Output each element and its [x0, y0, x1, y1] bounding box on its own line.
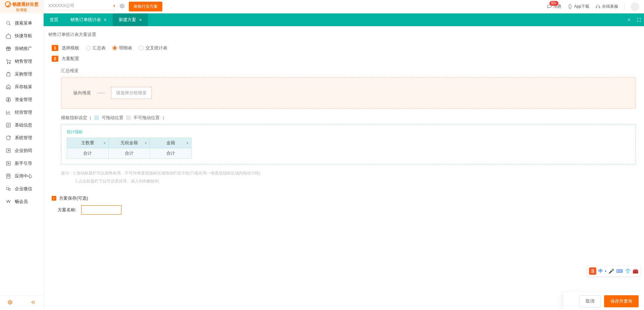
sidebar-item-7[interactable]: 经营管理: [0, 106, 43, 119]
save-name-input[interactable]: [81, 205, 121, 215]
tab-0[interactable]: 首页: [44, 13, 64, 26]
sidebar-item-label: 企业微信: [15, 186, 32, 192]
sidebar-item-13[interactable]: 企业微信: [0, 183, 43, 195]
tab-label: 首页: [50, 17, 58, 23]
save-check-label: 方案保存(可选): [59, 195, 88, 201]
step-1-num: 1: [52, 45, 58, 51]
avatar[interactable]: [631, 2, 639, 11]
radio-icon: [86, 46, 91, 50]
indicator-legend: 模板指标设定（ 可拖动位置 不可拖动位置 ）: [61, 115, 636, 121]
sidebar-item-8[interactable]: 基础信息: [0, 119, 43, 132]
hints: 提示：1.拖动标题栏可以调整布局，不可跨维度或指标区域拖动栏目字段(只能在同一维…: [61, 169, 636, 185]
app-download-link[interactable]: App下载: [568, 4, 589, 9]
search-icon: [5, 20, 11, 26]
close-icon[interactable]: ✕: [104, 18, 107, 22]
save-name-label: 方案名称:: [58, 207, 76, 213]
sidebar-item-0[interactable]: 搜索菜单: [0, 17, 43, 30]
list-icon: [5, 122, 11, 128]
tab-close-all-button[interactable]: [624, 17, 634, 22]
nav: 搜索菜单快捷导航营销推广销售管理采购管理库存核算资金管理经营管理基础信息系统管理…: [0, 13, 43, 295]
ime-logo-icon: S: [589, 267, 596, 275]
sidebar-item-label: 畅会员: [15, 199, 28, 205]
sidebar-item-label: 基础信息: [15, 122, 32, 128]
brand-edition: 标准版: [16, 7, 27, 12]
sidebar-item-10[interactable]: 企业协同: [0, 144, 43, 157]
chevron-down-icon[interactable]: ▾: [186, 141, 189, 145]
chevron-down-icon[interactable]: ▾: [145, 141, 147, 145]
tab-label: 新建方案: [119, 17, 136, 23]
ime-toolbar[interactable]: S 中 • 🎤 ⌨ 👕 🧰: [587, 266, 641, 276]
vip-icon: [5, 199, 11, 205]
sidebar-item-9[interactable]: 系统管理: [0, 132, 43, 144]
collapse-icon[interactable]: [31, 300, 36, 306]
template-radio-group: 汇总表明细表交叉统计表: [86, 45, 167, 51]
hint-2: 2.点击标题栏下拉可设置排序、插入列和删除列: [61, 177, 636, 185]
sidebar-item-6[interactable]: 资金管理: [0, 93, 43, 106]
swatch-nodrag-icon: [126, 115, 131, 120]
step-2-row: 2 方案配置: [52, 56, 636, 62]
sidebar-item-11[interactable]: 新手引导: [0, 157, 43, 170]
fullscreen-button[interactable]: [634, 17, 644, 22]
cancel-button[interactable]: 取消: [579, 295, 601, 307]
ime-mic-icon[interactable]: 🎤: [608, 268, 614, 274]
dimension-box: 纵向维度 请选择分组维度: [61, 77, 636, 109]
company-name: XXXXXX公司: [48, 3, 74, 9]
step-2-title: 方案配置: [62, 56, 79, 62]
sidebar-item-4[interactable]: 采购管理: [0, 68, 43, 81]
topbar: XXXXXX公司 ▾ 体验行业方案 99+ 消息 App下载 在线客服: [44, 0, 644, 13]
ime-dot-icon[interactable]: •: [605, 268, 606, 274]
dimension-section-label: 汇总维度: [52, 66, 636, 77]
svg-point-4: [9, 63, 10, 64]
ime-lang[interactable]: 中: [598, 268, 603, 274]
indicator-head-cell-1[interactable]: 无税金额▾: [109, 138, 150, 148]
template-radio-1[interactable]: 明细表: [112, 45, 132, 51]
sidebar-bottom: [0, 295, 43, 310]
svg-rect-18: [599, 7, 600, 8]
sidebar-item-label: 经营管理: [15, 109, 32, 115]
indicator-head-cell-2[interactable]: 金额▾: [150, 138, 191, 148]
online-service-link[interactable]: 在线客服: [595, 4, 618, 9]
swatch-draggable-icon: [94, 115, 99, 120]
ime-keyboard-icon[interactable]: ⌨: [616, 268, 623, 274]
close-icon[interactable]: ✕: [139, 18, 142, 22]
indicator-table: 主数量▾无税金额▾金额▾ 合计合计合计: [67, 138, 192, 159]
hint-1: 提示：1.拖动标题栏可以调整布局，不可跨维度或指标区域拖动栏目字段(只能在同一维…: [61, 169, 636, 177]
save-check-row[interactable]: ✓ 方案保存(可选): [52, 191, 636, 204]
wallet-icon: [5, 97, 11, 103]
indicator-body-cell-2: 合计: [150, 148, 191, 158]
template-radio-2[interactable]: 交叉统计表: [139, 45, 167, 51]
sidebar-item-5[interactable]: 库存核算: [0, 81, 43, 93]
message-link[interactable]: 99+ 消息: [547, 4, 561, 9]
svg-point-12: [8, 189, 10, 191]
chevron-down-icon[interactable]: ▾: [104, 141, 106, 145]
tab-1[interactable]: 销售订单统计表✕: [64, 13, 113, 26]
template-radio-0[interactable]: 汇总表: [86, 45, 106, 51]
sidebar-item-label: 应用中心: [15, 173, 32, 179]
content: 销售订单统计表方案设置 1 选择模板 汇总表明细表交叉统计表 2 方案配置 汇总…: [44, 26, 644, 310]
checkbox-icon[interactable]: ✓: [52, 196, 56, 201]
ime-toolbox-icon[interactable]: 🧰: [633, 268, 638, 274]
ime-skin-icon[interactable]: 👕: [625, 268, 631, 274]
page-title: 销售订单统计表方案设置: [44, 26, 644, 41]
sidebar-item-14[interactable]: 畅会员: [0, 195, 43, 208]
radio-icon: [112, 46, 117, 50]
radio-label: 交叉统计表: [146, 45, 167, 51]
step-1-title: 选择模板: [62, 45, 79, 51]
sidebar-item-1[interactable]: 快捷导航: [0, 30, 43, 42]
indicator-box: 统计指标 主数量▾无税金额▾金额▾ 合计合计合计: [61, 124, 636, 164]
company-select[interactable]: XXXXXX公司 ▾: [48, 3, 115, 10]
footer-actions: 取消 保存并查询: [564, 293, 644, 310]
sidebar-item-2[interactable]: 营销推广: [0, 42, 43, 55]
sidebar-item-3[interactable]: 销售管理: [0, 55, 43, 68]
settings-icon[interactable]: [7, 300, 13, 306]
tab-2[interactable]: 新建方案✕: [113, 13, 148, 26]
sidebar-item-label: 系统管理: [15, 135, 32, 141]
save-query-button[interactable]: 保存并查询: [604, 295, 639, 307]
try-plan-button[interactable]: 体验行业方案: [129, 2, 162, 11]
topbar-settings-icon[interactable]: [119, 3, 125, 10]
sidebar-item-label: 销售管理: [15, 58, 32, 64]
dimension-select[interactable]: 请选择分组维度: [111, 87, 152, 99]
sidebar-item-12[interactable]: 应用中心: [0, 170, 43, 183]
indicator-head-cell-0[interactable]: 主数量▾: [67, 138, 109, 148]
indicator-body-cell-0: 合计: [67, 148, 109, 158]
